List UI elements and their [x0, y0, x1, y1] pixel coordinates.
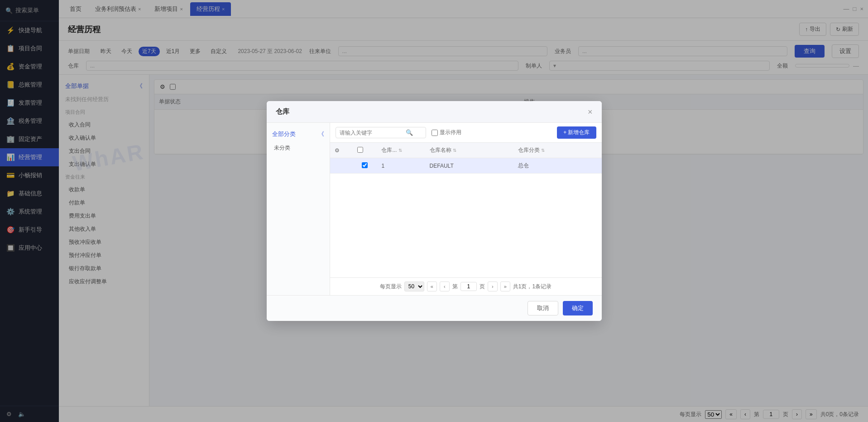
modal-page-unit: 页 [480, 283, 485, 291]
modal-page-size-label: 每页显示 [380, 283, 402, 291]
modal-col-check [353, 143, 377, 158]
show-disabled-checkbox[interactable] [432, 130, 438, 136]
modal-page-size-select[interactable]: 50 [404, 281, 424, 291]
cancel-button[interactable]: 取消 [528, 301, 558, 315]
modal-first-page[interactable]: « [427, 281, 437, 291]
row-code: DEFAULT [425, 158, 513, 174]
modal-col-category: 仓库分类 ⇅ [513, 143, 602, 158]
modal-title: 仓库 [276, 107, 289, 116]
modal-col-id: 仓库... ⇅ [377, 143, 425, 158]
modal-table-header: ⚙ 仓库... ⇅ 仓库名称 [330, 143, 602, 158]
modal-right-panel: 🔍 显示停用 + 新增仓库 [330, 123, 602, 295]
modal-dialog: 仓库 × 全部分类 《 未分类 🔍 [267, 101, 602, 321]
row-checkbox[interactable] [362, 162, 368, 168]
row-setting [330, 158, 353, 174]
sort-icon-id: ⇅ [398, 148, 402, 153]
modal-last-page[interactable]: » [500, 281, 510, 291]
modal-next-page[interactable]: › [488, 281, 498, 291]
modal-total-text: 共1页，1条记录 [513, 283, 551, 291]
modal-toolbar-left: 🔍 显示停用 [336, 127, 461, 138]
modal-close-button[interactable]: × [588, 108, 593, 116]
modal-collapse-icon[interactable]: 《 [318, 130, 324, 138]
row-check [353, 158, 377, 174]
table-row[interactable]: 1 DEFAULT 总仓 [330, 158, 602, 174]
modal-pagination: 每页显示 50 « ‹ 第 页 › [330, 277, 602, 295]
modal-col-setting[interactable]: ⚙ [330, 143, 353, 158]
modal-search-icon[interactable]: 🔍 [406, 129, 413, 136]
add-warehouse-button[interactable]: + 新增仓库 [557, 126, 596, 139]
modal-toolbar: 🔍 显示停用 + 新增仓库 [330, 123, 602, 143]
show-disabled-label[interactable]: 显示停用 [432, 129, 461, 136]
modal-col-name: 仓库名称 ⇅ [425, 143, 513, 158]
modal-search-box[interactable]: 🔍 [336, 127, 426, 138]
modal-table-container: ⚙ 仓库... ⇅ 仓库名称 [330, 143, 602, 277]
modal-footer: 取消 确定 [267, 295, 602, 321]
modal-page-label: 第 [452, 283, 458, 291]
modal-overlay[interactable]: 仓库 × 全部分类 《 未分类 🔍 [0, 0, 868, 422]
modal-select-all[interactable] [357, 147, 363, 153]
modal-category-header[interactable]: 全部分类 《 [267, 127, 330, 141]
sort-icon-name: ⇅ [453, 148, 456, 153]
modal-col-setting-icon: ⚙ [335, 147, 340, 154]
modal-page-input[interactable] [460, 282, 477, 291]
modal-body: 全部分类 《 未分类 🔍 显示停用 [267, 123, 602, 295]
modal-header: 仓库 × [267, 101, 602, 123]
modal-uncategorized-item[interactable]: 未分类 [267, 141, 330, 155]
modal-search-input[interactable] [340, 130, 403, 136]
sort-icon-cat: ⇅ [541, 148, 545, 153]
modal-prev-page[interactable]: ‹ [440, 281, 450, 291]
modal-data-table: ⚙ 仓库... ⇅ 仓库名称 [330, 143, 602, 174]
row-name: 总仓 [513, 158, 602, 174]
modal-left-panel: 全部分类 《 未分类 [267, 123, 330, 295]
all-category-label: 全部分类 [272, 130, 296, 138]
confirm-button[interactable]: 确定 [563, 301, 593, 315]
row-id: 1 [377, 158, 425, 174]
